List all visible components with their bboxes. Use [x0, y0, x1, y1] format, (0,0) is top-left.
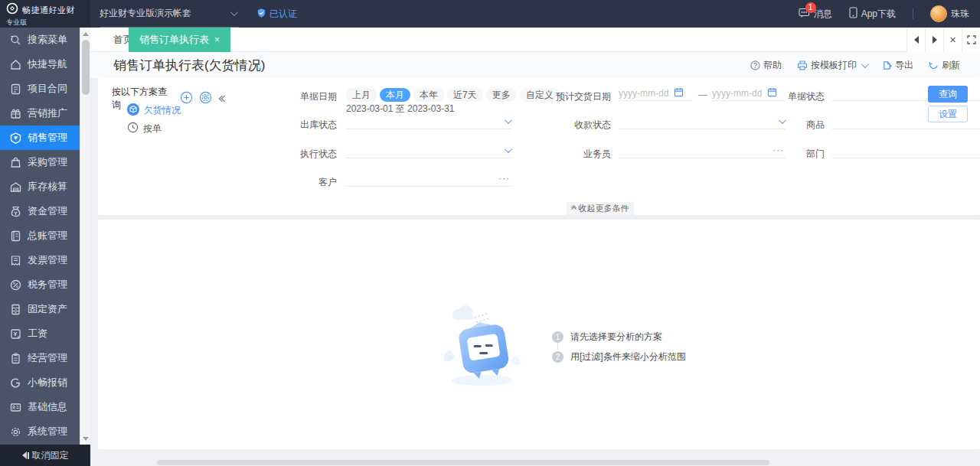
scheme-item-shortage[interactable]: 欠货情况	[127, 103, 181, 118]
sidebar-scrollbar[interactable]	[80, 28, 90, 445]
clipboard-icon	[10, 353, 21, 364]
preset-last-7-days[interactable]: 近7天	[447, 88, 483, 102]
delivery-date-from[interactable]	[619, 86, 692, 101]
sidebar-item-label: 经营管理	[28, 351, 67, 365]
account-set-selector[interactable]: 好业财专业版演示帐套	[100, 0, 239, 28]
sidebar-item-salary[interactable]: 工资	[0, 321, 90, 346]
sidebar-item-project-contract[interactable]: 项目合同	[0, 77, 90, 101]
user-name: 珠珠	[951, 8, 969, 21]
execution-status-label: 执行状态	[276, 148, 337, 161]
tab-close-icon[interactable]: ×	[214, 34, 220, 45]
product-label: 商品	[763, 119, 825, 132]
fullscreen-icon[interactable]	[962, 28, 980, 52]
sidebar: 搜索菜单 快捷导航 项目合同 营销推广 销售管理 采购管理 库存核算 资金管理	[0, 28, 90, 445]
empty-state-illustration	[435, 302, 531, 391]
collapse-more-conditions[interactable]: 收起更多条件	[567, 202, 634, 215]
step-1-text: 请先选择要分析的方案	[570, 331, 662, 344]
messages-button[interactable]: 消息 1	[799, 8, 832, 21]
salesman-label: 业务员	[550, 148, 611, 161]
outbound-status-select[interactable]	[346, 114, 511, 129]
sidebar-item-xiaochang-expense[interactable]: 小畅报销	[0, 370, 90, 395]
sidebar-item-ledger[interactable]: 总账管理	[0, 223, 90, 248]
tab-close-all-icon[interactable]: ×	[943, 28, 962, 52]
calendar-icon[interactable]	[674, 86, 684, 100]
user-menu[interactable]: 珠珠	[930, 5, 969, 22]
id-card-icon	[10, 402, 21, 413]
settings-button[interactable]: 设置	[928, 106, 968, 122]
print-by-template-button[interactable]: 按模板打印	[797, 59, 867, 72]
sidebar-item-sales[interactable]: 销售管理	[0, 125, 90, 150]
report-area: 1 请先选择要分析的方案 2 用[过滤]条件来缩小分析范围	[98, 220, 980, 449]
tab-scroll-left-icon[interactable]	[906, 28, 925, 52]
scheme-settings-icon[interactable]	[199, 91, 212, 107]
refresh-button[interactable]: 刷新	[929, 59, 960, 72]
sidebar-item-invoice[interactable]: 发票管理	[0, 248, 90, 272]
sidebar-item-quick-nav[interactable]: 快捷导航	[0, 52, 90, 77]
home-icon	[10, 59, 21, 70]
bill-date-presets: 上月 本月 本年 近7天 更多 自定义	[346, 88, 560, 102]
sidebar-item-label: 资金管理	[28, 204, 67, 218]
delivery-date-to-input[interactable]	[712, 88, 767, 99]
sidebar-item-inventory[interactable]: 库存核算	[0, 174, 90, 199]
export-button[interactable]: 导出	[882, 59, 913, 72]
date-range-separator: —	[698, 90, 707, 100]
horizontal-scrollbar[interactable]	[90, 459, 980, 466]
sidebar-item-marketing[interactable]: 营销推广	[0, 101, 90, 125]
app-download-button[interactable]: App下载	[849, 7, 896, 21]
gear-icon	[10, 426, 21, 438]
sidebar-item-fixed-assets[interactable]: 固定资产	[0, 297, 90, 321]
chevron-down-icon[interactable]	[861, 60, 869, 68]
clock-icon	[127, 122, 139, 135]
sidebar-item-tax[interactable]: 税务管理	[0, 272, 90, 297]
step-connector	[557, 343, 558, 350]
topbar: 畅捷通好业财 专业版 好业财专业版演示帐套 已认证 消息 1	[0, 0, 980, 28]
preset-this-month[interactable]: 本月	[380, 88, 410, 102]
salesman-picker[interactable]: ···	[619, 143, 786, 158]
sidebar-item-funds[interactable]: 资金管理	[0, 199, 90, 223]
tab-scroll-right-icon[interactable]	[925, 28, 943, 52]
preset-this-year[interactable]: 本年	[413, 88, 444, 102]
app-logo: 畅捷通好业财 专业版	[0, 0, 90, 28]
tax-icon	[10, 279, 21, 291]
topbar-right: 消息 1 App下载 珠珠	[799, 0, 969, 28]
preset-last-month[interactable]: 上月	[346, 88, 377, 102]
add-scheme-icon[interactable]	[180, 91, 193, 107]
empty-state: 1 请先选择要分析的方案 2 用[过滤]条件来缩小分析范围	[435, 302, 686, 391]
sidebar-item-system[interactable]: 系统管理	[0, 419, 90, 444]
sidebar-item-purchase[interactable]: 采购管理	[0, 150, 90, 174]
scrollbar-thumb[interactable]	[82, 40, 90, 95]
sidebar-item-label: 税务管理	[28, 278, 67, 292]
ledger-book-icon	[10, 230, 21, 242]
customer-picker[interactable]: ···	[346, 171, 511, 187]
preset-more[interactable]: 更多	[486, 88, 517, 102]
sidebar-item-search-menu[interactable]: 搜索菜单	[0, 28, 90, 52]
sidebar-item-label: 固定资产	[28, 302, 67, 316]
ellipsis-icon[interactable]: ···	[498, 173, 510, 184]
horizontal-scrollbar-thumb[interactable]	[157, 460, 769, 465]
double-chevron-up-icon	[572, 206, 576, 211]
collapse-scheme-panel-icon[interactable]	[220, 96, 227, 101]
receipt-status-select[interactable]	[619, 114, 786, 129]
scheme-item-by-order[interactable]: 按单	[127, 122, 162, 135]
delivery-date-from-input[interactable]	[619, 88, 674, 99]
execution-status-select[interactable]	[346, 143, 511, 158]
tab-sales-order-report[interactable]: 销售订单执行表 ×	[129, 28, 230, 52]
unpin-icon	[22, 451, 29, 459]
invoice-icon	[10, 255, 21, 266]
department-select[interactable]	[832, 143, 980, 158]
verified-label: 已认证	[270, 8, 297, 21]
salary-sheet-icon	[10, 328, 21, 340]
department-label: 部门	[763, 148, 825, 161]
brand-title: 畅捷通好业财	[22, 5, 75, 16]
step-1: 1 请先选择要分析的方案	[552, 331, 686, 343]
sidebar-item-label: 库存核算	[28, 180, 67, 194]
help-button[interactable]: 帮助	[750, 59, 782, 72]
query-button[interactable]: 查询	[928, 86, 968, 103]
step-2-text: 用[过滤]条件来缩小分析范围	[570, 350, 686, 363]
scroll-up-icon[interactable]	[80, 28, 90, 39]
sidebar-item-operations[interactable]: 经营管理	[0, 346, 90, 370]
sidebar-item-label: 工资	[28, 327, 47, 341]
scroll-down-icon[interactable]	[80, 433, 90, 444]
sidebar-item-base-info[interactable]: 基础信息	[0, 395, 90, 419]
unpin-sidebar-button[interactable]: 取消固定	[0, 445, 90, 466]
